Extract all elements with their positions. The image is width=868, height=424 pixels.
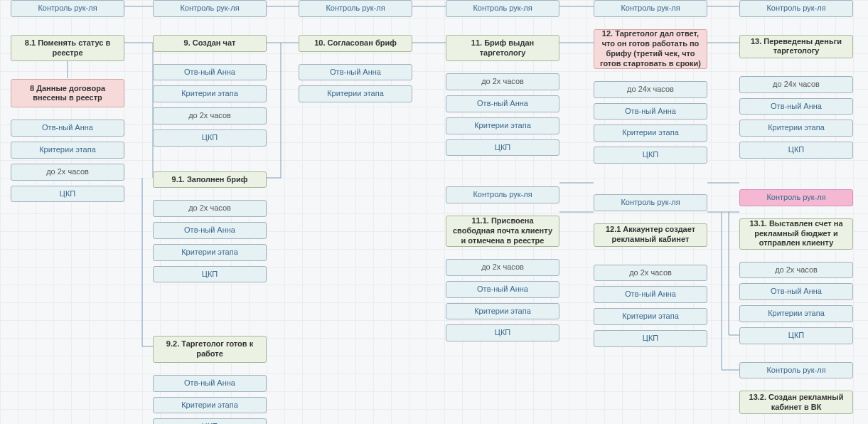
ckp-node[interactable]: ЦКП (153, 266, 267, 283)
resp-node[interactable]: Отв-ный Анна (11, 120, 124, 137)
resp-node[interactable]: Отв-ный Анна (153, 375, 267, 392)
step-12-1-header[interactable]: 12.1 Аккаунтер создает рекламный кабинет (594, 223, 707, 247)
resp-node[interactable]: Отв-ный Анна (739, 98, 853, 115)
step-10-header[interactable]: 10. Согласован бриф (299, 35, 412, 52)
criteria-node[interactable]: Критерии этапа (594, 124, 707, 142)
time-node[interactable]: до 2х часов (446, 259, 559, 276)
control-node[interactable]: Контроль рук-ля (153, 0, 267, 17)
resp-node[interactable]: Отв-ный Анна (299, 64, 412, 81)
ckp-node[interactable]: ЦКП (153, 418, 267, 424)
resp-node[interactable]: Отв-ный Анна (739, 283, 853, 300)
step-9-header[interactable]: 9. Создан чат (153, 35, 267, 52)
resp-node[interactable]: Отв-ный Анна (594, 103, 707, 120)
time-node[interactable]: до 2х часов (594, 265, 707, 282)
control-node-highlight[interactable]: Контроль рук-ля (739, 189, 853, 206)
ckp-node[interactable]: ЦКП (153, 129, 267, 147)
ckp-node[interactable]: ЦКП (446, 324, 559, 341)
criteria-node[interactable]: Критерии этапа (594, 308, 707, 325)
resp-node[interactable]: Отв-ный Анна (446, 95, 559, 112)
control-node[interactable]: Контроль рук-ля (594, 0, 707, 17)
criteria-node[interactable]: Критерии этапа (446, 117, 559, 134)
ckp-node[interactable]: ЦКП (739, 142, 853, 159)
time-node[interactable]: до 2х часов (446, 73, 559, 90)
step-13-1-header[interactable]: 13.1. Выставлен счет на рекламный бюджет… (739, 218, 853, 250)
control-node[interactable]: Контроль рук-ля (446, 186, 559, 203)
time-node[interactable]: до 2х часов (739, 262, 853, 279)
control-node[interactable]: Контроль рук-ля (11, 0, 124, 17)
time-node[interactable]: до 2х часов (153, 107, 267, 124)
step-11-header[interactable]: 11. Бриф выдан таргетологу (446, 35, 559, 62)
step-8-1-header[interactable]: 8.1 Поменять статус в реестре (11, 35, 124, 62)
step-9-1-header[interactable]: 9.1. Заполнен бриф (153, 171, 267, 189)
step-8-header[interactable]: 8 Данные договора внесены в реестр (11, 79, 124, 107)
time-node[interactable]: до 2х часов (11, 164, 124, 181)
ckp-node[interactable]: ЦКП (594, 330, 707, 347)
criteria-node[interactable]: Критерии этапа (739, 120, 853, 137)
step-9-2-header[interactable]: 9.2. Таргетолог готов к работе (153, 336, 267, 363)
time-node[interactable]: до 24х часов (594, 81, 707, 98)
step-11-1-header[interactable]: 11.1. Присвоена свободная почта клиенту … (446, 216, 559, 247)
step-12-header[interactable]: 12. Таргетолог дал ответ, что он готов р… (594, 29, 707, 69)
resp-node[interactable]: Отв-ный Анна (446, 281, 559, 298)
control-node[interactable]: Контроль рук-ля (446, 0, 559, 17)
time-node[interactable]: до 24х часов (739, 76, 853, 93)
ckp-node[interactable]: ЦКП (739, 327, 853, 344)
criteria-node[interactable]: Критерии этапа (446, 303, 559, 320)
ckp-node[interactable]: ЦКП (594, 147, 707, 164)
resp-node[interactable]: Отв-ный Анна (153, 222, 267, 239)
ckp-node[interactable]: ЦКП (446, 139, 559, 157)
step-13-2-header[interactable]: 13.2. Создан рекламный кабинет в ВК (739, 391, 853, 414)
criteria-node[interactable]: Критерии этапа (11, 142, 124, 159)
criteria-node[interactable]: Критерии этапа (153, 85, 267, 102)
time-node[interactable]: до 2х часов (153, 200, 267, 217)
connector-lines (0, 0, 868, 424)
control-node[interactable]: Контроль рук-ля (739, 362, 853, 379)
step-13-header[interactable]: 13. Переведены деньги таргетологу (739, 35, 853, 58)
control-node[interactable]: Контроль рук-ля (299, 0, 412, 17)
criteria-node[interactable]: Критерии этапа (153, 397, 267, 414)
criteria-node[interactable]: Критерии этапа (739, 305, 853, 322)
criteria-node[interactable]: Критерии этапа (299, 85, 412, 102)
criteria-node[interactable]: Критерии этапа (153, 244, 267, 261)
control-node[interactable]: Контроль рук-ля (594, 194, 707, 211)
control-node[interactable]: Контроль рук-ля (739, 0, 853, 17)
resp-node[interactable]: Отв-ный Анна (153, 64, 267, 81)
resp-node[interactable]: Отв-ный Анна (594, 286, 707, 303)
ckp-node[interactable]: ЦКП (11, 186, 124, 203)
